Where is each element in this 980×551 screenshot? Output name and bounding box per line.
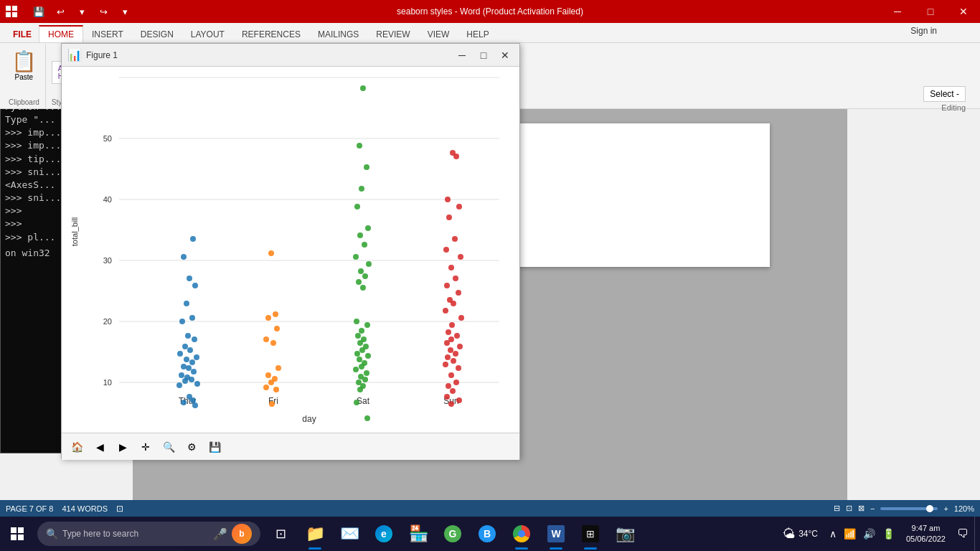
sign-in[interactable]: Sign in (910, 26, 937, 36)
tab-layout[interactable]: LAYOUT (182, 27, 233, 42)
file-explorer-icon[interactable]: 📁 (298, 517, 332, 551)
browser2-icon[interactable]: B (470, 517, 504, 551)
store-icon[interactable]: 🏪 (401, 517, 435, 551)
svg-point-71 (366, 261, 372, 267)
svg-point-59 (263, 385, 269, 390)
maximize-button[interactable]: □ (914, 0, 947, 23)
svg-point-33 (194, 354, 199, 360)
pan-tool-button[interactable]: ✛ (135, 437, 156, 457)
figure-window: 📊 Figure 1 ─ □ ✕ 10 20 30 40 50 total_bi… (61, 43, 520, 459)
tab-mailings[interactable]: MAILINGS (309, 27, 367, 42)
undo-dropdown[interactable]: ▾ (72, 1, 92, 22)
search-badge: b (232, 524, 252, 544)
start-button[interactable] (0, 517, 34, 551)
svg-point-119 (457, 344, 463, 349)
svg-point-26 (189, 315, 195, 321)
tab-home[interactable]: HOME (39, 25, 83, 42)
tab-insert[interactable]: INSERT (83, 27, 132, 42)
zoom-minus-btn[interactable]: − (870, 504, 875, 513)
camera-icon[interactable]: 📷 (608, 517, 642, 551)
tray-icons: ∧ 📶 🔊 🔋 (824, 527, 900, 541)
zoom-thumb (926, 505, 933, 512)
battery-icon[interactable]: 🔋 (880, 527, 897, 541)
forward-tool-button[interactable]: ▶ (112, 437, 133, 457)
view-icon3[interactable]: ⊠ (858, 504, 864, 513)
figure-maximize[interactable]: □ (475, 47, 492, 63)
svg-point-67 (365, 225, 371, 231)
minimize-button[interactable]: ─ (881, 0, 914, 23)
chrome-icon[interactable] (504, 517, 539, 551)
svg-point-21 (187, 276, 192, 281)
zoom-slider[interactable] (880, 507, 938, 510)
close-button[interactable]: ✕ (947, 0, 980, 23)
svg-point-73 (362, 273, 368, 279)
terminal-icon[interactable]: ⊞ (573, 517, 608, 551)
svg-rect-134 (18, 527, 24, 533)
figure-close[interactable]: ✕ (496, 47, 514, 63)
svg-point-22 (190, 236, 196, 242)
figure-content: 10 20 30 40 50 total_bill Thur Fri Sat S… (62, 67, 519, 460)
figure-minimize[interactable]: ─ (453, 47, 471, 63)
svg-point-97 (364, 415, 370, 421)
browser1-icon[interactable]: G (435, 517, 470, 551)
weather-widget[interactable]: 🌤 34°C (777, 527, 824, 542)
svg-point-78 (359, 328, 364, 334)
svg-point-89 (353, 367, 359, 372)
zoom-plus-btn[interactable]: + (943, 504, 948, 513)
svg-point-65 (359, 186, 364, 192)
svg-point-76 (354, 319, 359, 324)
customize-button[interactable]: ▾ (115, 1, 135, 22)
search-bar[interactable]: 🔍 🎤 b (37, 522, 260, 546)
zoom-tool-button[interactable]: 🔍 (158, 437, 179, 457)
tab-review[interactable]: REVIEW (367, 27, 418, 42)
svg-text:30: 30 (103, 256, 112, 265)
volume-icon[interactable]: 🔊 (860, 527, 878, 541)
svg-point-47 (181, 400, 187, 405)
tab-file[interactable]: FILE (6, 27, 39, 42)
system-tray: 🌤 34°C ∧ 📶 🔊 🔋 9:47 am 05/06/2022 🗨 (777, 517, 980, 551)
tab-view[interactable]: VIEW (419, 27, 458, 42)
clock[interactable]: 9:47 am 05/06/2022 (900, 523, 951, 545)
title-text: seaborn styles - Word (Product Activatio… (397, 6, 583, 17)
chart-svg: 10 20 30 40 50 total_bill Thur Fri Sat S… (62, 67, 507, 433)
notification-button[interactable]: 🗨 (951, 517, 974, 551)
network-icon[interactable]: 📶 (841, 527, 859, 541)
svg-point-85 (365, 353, 371, 359)
window-controls: ─ □ ✕ (881, 0, 980, 23)
accessibility-icon: ⊡ (116, 504, 123, 514)
svg-point-96 (354, 400, 359, 405)
save-button[interactable]: 💾 (29, 1, 49, 22)
tab-help[interactable]: HELP (458, 27, 497, 42)
tab-references[interactable]: REFERENCES (233, 27, 309, 42)
svg-point-42 (182, 378, 188, 384)
svg-point-121 (453, 351, 458, 357)
mail-icon[interactable]: ✉️ (332, 517, 367, 551)
back-tool-button[interactable]: ◀ (89, 437, 110, 457)
undo-button[interactable]: ↩ (50, 1, 70, 22)
svg-point-46 (190, 397, 196, 403)
svg-point-28 (185, 333, 191, 339)
search-input[interactable] (62, 529, 206, 539)
show-desktop-button[interactable] (974, 517, 980, 551)
select-dropdown-btn[interactable]: Select - (923, 86, 966, 102)
word-icon[interactable]: W (539, 517, 573, 551)
svg-point-124 (443, 362, 448, 367)
svg-point-116 (454, 333, 460, 339)
svg-rect-135 (11, 534, 17, 540)
home-tool-button[interactable]: 🏠 (66, 437, 88, 457)
svg-point-31 (187, 347, 193, 353)
view-icon2[interactable]: ⊡ (846, 504, 852, 513)
config-tool-button[interactable]: ⚙ (181, 437, 202, 457)
task-view-button[interactable]: ⊡ (263, 517, 298, 551)
svg-point-107 (453, 276, 458, 281)
edge-icon[interactable]: e (367, 517, 401, 551)
view-icon1[interactable]: ⊟ (834, 504, 840, 513)
svg-point-50 (273, 311, 278, 317)
cortana-icon: 🎤 (213, 527, 227, 541)
paste-button[interactable]: 📋 Paste (9, 47, 39, 83)
ribbon-tabs: FILE HOME INSERT DESIGN LAYOUT REFERENCE… (0, 23, 980, 43)
tab-design[interactable]: DESIGN (132, 27, 182, 42)
up-arrow-icon[interactable]: ∧ (826, 527, 839, 541)
redo-button[interactable]: ↪ (93, 1, 113, 22)
save-tool-button[interactable]: 💾 (204, 437, 225, 457)
